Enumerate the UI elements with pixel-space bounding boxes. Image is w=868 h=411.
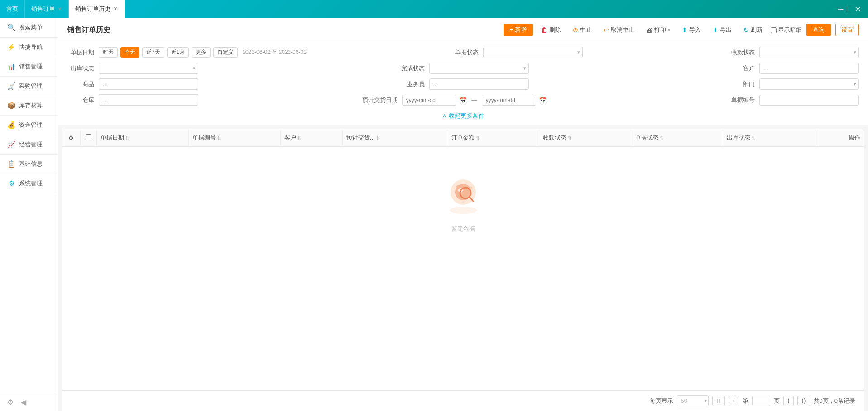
svg-point-7: [470, 187, 472, 189]
select-all-checkbox[interactable]: [86, 134, 91, 140]
last-page-button[interactable]: ⟩⟩: [797, 396, 810, 406]
th-bill-number[interactable]: 单据编号 ⇅: [188, 129, 280, 147]
minimize-icon[interactable]: ─: [838, 5, 843, 13]
sidebar-collapse-icon[interactable]: ◀: [21, 398, 26, 406]
stop-button[interactable]: ⊘ 中止: [569, 24, 595, 36]
import-label: 导入: [689, 26, 701, 34]
bill-date-label: 单据日期: [67, 48, 99, 57]
settings-button[interactable]: 设置: [835, 24, 859, 36]
table-header: ⚙ 单据日期 ⇅ 单据编号: [62, 129, 864, 147]
delete-icon: 🗑: [541, 26, 547, 34]
page-number-input[interactable]: 1: [752, 396, 770, 406]
sidebar-item-operations[interactable]: 📈 经营管理: [0, 135, 58, 155]
calendar-from-icon[interactable]: 📅: [459, 97, 467, 104]
tab-home[interactable]: 首页: [0, 0, 25, 18]
display-columns-checkbox[interactable]: [771, 27, 777, 33]
export-icon: ⬇: [713, 26, 718, 34]
print-label: 打印: [654, 26, 666, 34]
th-settings[interactable]: ⚙: [62, 129, 80, 147]
sidebar-item-search[interactable]: 🔍 搜索菜单: [0, 18, 58, 38]
cancel-stop-button[interactable]: ↩ 取消中止: [600, 24, 638, 36]
next-page-button[interactable]: ⟩: [783, 396, 794, 406]
sidebar-item-sales[interactable]: 📊 销售管理: [0, 57, 58, 77]
query-button[interactable]: 查询: [806, 24, 831, 36]
per-page-select[interactable]: 20 50 100: [677, 395, 709, 406]
sidebar-item-finance[interactable]: 💰 资金管理: [0, 116, 58, 135]
collapse-label: ∧ 收起更多条件: [442, 112, 484, 119]
sidebar-settings-icon[interactable]: ⚙: [7, 398, 14, 406]
sidebar-item-operations-label: 经营管理: [19, 140, 43, 149]
complete-status-select-wrapper: ▾: [429, 63, 529, 74]
goods-input[interactable]: ...: [99, 78, 198, 90]
delete-label: 删除: [549, 26, 561, 34]
refresh-button[interactable]: ↻ 刷新: [740, 24, 766, 36]
th-bill-date[interactable]: 单据日期 ⇅: [96, 129, 188, 147]
export-button[interactable]: ⬇ 导出: [709, 24, 735, 36]
warehouse-input[interactable]: ...: [99, 94, 198, 106]
table-settings-icon[interactable]: ⚙: [68, 135, 74, 141]
tab-sales-history[interactable]: 销售订单历史 ✕: [69, 0, 125, 18]
stop-icon: ⊘: [573, 26, 578, 34]
receipt-status-select[interactable]: [759, 47, 859, 58]
sidebar-item-purchase[interactable]: 🛒 采购管理: [0, 77, 58, 96]
delivery-date-from[interactable]: [402, 95, 456, 106]
empty-illustration: [441, 174, 486, 219]
close-window-icon[interactable]: ✕: [855, 5, 861, 14]
print-dropdown-icon[interactable]: ▾: [668, 28, 670, 33]
department-select[interactable]: [759, 78, 859, 90]
calendar-to-icon[interactable]: 📅: [539, 97, 547, 104]
date-btn-custom[interactable]: 自定义: [213, 47, 238, 58]
th-customer[interactable]: 客户 ⇅: [280, 129, 342, 147]
sidebar-item-purchase-label: 采购管理: [19, 82, 43, 90]
per-page-label: 每页显示: [650, 397, 673, 405]
sidebar-item-system[interactable]: ⚙ 系统管理: [0, 174, 58, 193]
basics-icon: 📋: [7, 160, 15, 168]
import-button[interactable]: ⬆ 导入: [678, 24, 705, 36]
new-button[interactable]: + 新增: [504, 24, 533, 36]
delivery-date-to[interactable]: [482, 95, 536, 106]
tab-sales-order-close[interactable]: ✕: [58, 6, 62, 12]
data-table: ⚙ 单据日期 ⇅ 单据编号: [62, 129, 864, 260]
sidebar-item-basics[interactable]: 📋 基础信息: [0, 155, 58, 174]
print-button[interactable]: 🖨 打印 ▾: [643, 24, 674, 36]
delivery-status-select[interactable]: [99, 63, 198, 74]
th-checkbox[interactable]: [80, 129, 96, 147]
complete-status-label: 完成状态: [398, 64, 429, 73]
th-order-amount[interactable]: 订单金额 ⇅: [447, 129, 539, 147]
prev-page-button[interactable]: ⟨: [729, 396, 739, 406]
sidebar-item-quicknav[interactable]: ⚡ 快捷导航: [0, 38, 58, 57]
date-btn-yesterday[interactable]: 昨天: [99, 47, 118, 58]
purchase-icon: 🛒: [7, 82, 15, 90]
th-bill-status[interactable]: 单据状态 ⇅: [631, 129, 723, 147]
bill-number-label: 单据编号: [728, 96, 759, 104]
sidebar-item-inventory[interactable]: 📦 库存核算: [0, 96, 58, 116]
search-icon: 🔍: [7, 24, 15, 32]
tab-sales-order[interactable]: 销售订单 ✕: [25, 0, 69, 18]
sidebar-item-quicknav-label: 快捷导航: [19, 43, 43, 51]
date-btn-today[interactable]: 今天: [120, 47, 139, 58]
customer-input[interactable]: ...: [759, 63, 859, 74]
complete-status-select[interactable]: [429, 63, 529, 74]
bill-status-label: 单据状态: [451, 48, 483, 57]
date-btn-1month[interactable]: 近1月: [167, 47, 189, 58]
salesperson-input[interactable]: ...: [429, 78, 529, 90]
delete-button[interactable]: 🗑 删除: [537, 24, 565, 36]
pagination-bar: 每页显示 20 50 100 ▾ ⟨⟨ ⟨ 第 1 页 ⟩ ⟩⟩ 共0页，0条记…: [62, 390, 864, 411]
bill-number-input[interactable]: [759, 95, 859, 106]
tab-sales-history-close[interactable]: ✕: [113, 6, 118, 12]
th-delivery-date[interactable]: 预计交货... ⇅: [343, 129, 447, 147]
table-container: ⚙ 单据日期 ⇅ 单据编号: [62, 129, 864, 390]
maximize-icon[interactable]: □: [847, 5, 851, 13]
delivery-date-range: 📅 — 📅: [402, 95, 565, 106]
first-page-button[interactable]: ⟨⟨: [712, 396, 725, 406]
th-delivery-status[interactable]: 出库状态 ⇅: [723, 129, 815, 147]
bill-status-select[interactable]: [483, 47, 583, 58]
date-range-text: 2023-06-02 至 2023-06-02: [242, 48, 306, 56]
filter-area: 单据日期 昨天 今天 近7天 近1月 更多 自定义 2023-06-02 至 2…: [58, 42, 868, 125]
salesperson-label: 业务员: [398, 80, 429, 88]
display-columns-toggle[interactable]: 显示暗细: [771, 26, 802, 34]
collapse-row[interactable]: ∧ 收起更多条件: [67, 110, 859, 122]
date-btn-more[interactable]: 更多: [192, 47, 211, 58]
date-btn-7days[interactable]: 近7天: [142, 47, 164, 58]
th-receipt-status[interactable]: 收款状态 ⇅: [539, 129, 631, 147]
